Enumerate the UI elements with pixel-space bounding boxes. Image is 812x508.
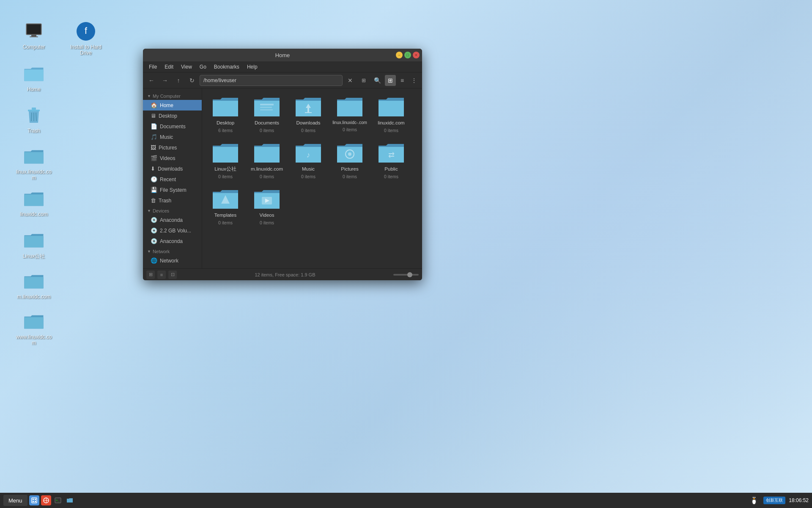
- folder-icon: [336, 95, 363, 118]
- file-item[interactable]: Downloads 0 items: [289, 93, 327, 135]
- sidebar-item-trash[interactable]: 🗑 Trash: [143, 195, 202, 206]
- sidebar-item-desktop[interactable]: 🖥 Desktop: [143, 110, 202, 121]
- folder-icon: [212, 95, 239, 118]
- file-item[interactable]: ⇄ Public 0 items: [372, 139, 410, 182]
- file-count: 0 items: [301, 174, 315, 179]
- menu-view[interactable]: View: [178, 63, 195, 71]
- svg-line-8: [31, 113, 32, 121]
- svg-rect-27: [35, 501, 36, 502]
- desktop-icon-computer[interactable]: Computer: [15, 21, 53, 50]
- sidebar-item-anaconda1[interactable]: 💿 Anaconda: [143, 215, 202, 225]
- sidebar-item-music[interactable]: 🎵 Music: [143, 132, 202, 142]
- sidebar-item-anaconda2[interactable]: 💿 Anaconda: [143, 236, 202, 246]
- taskbar: Menu >_: [0, 493, 812, 508]
- file-item[interactable]: m.linuxidc.com 0 items: [248, 139, 286, 182]
- sidebar-item-documents[interactable]: 📄 Documents: [143, 121, 202, 132]
- file-item[interactable]: Desktop 6 items: [206, 93, 244, 135]
- file-item[interactable]: Videos 0 items: [248, 185, 286, 228]
- svg-rect-6: [28, 110, 40, 111]
- address-bar[interactable]: [200, 75, 343, 86]
- svg-rect-12: [260, 107, 272, 108]
- clock-time: 18:06:52: [789, 497, 809, 503]
- file-grid: Desktop 6 items Documents 0 items: [202, 88, 422, 268]
- search-button[interactable]: 🔍: [371, 75, 383, 86]
- sidebar-item-filesystem[interactable]: 💾 File System: [143, 185, 202, 195]
- sidebar-item-pictures[interactable]: 🖼 Pictures: [143, 142, 202, 153]
- close-button[interactable]: ×: [413, 52, 420, 58]
- menu-file[interactable]: File: [145, 63, 160, 71]
- up-button[interactable]: ↑: [173, 75, 184, 86]
- file-item[interactable]: ♪ Music 0 items: [289, 139, 327, 182]
- folder-templates-icon: [212, 188, 239, 210]
- filesystem-icon: 💾: [151, 187, 157, 193]
- desktop-icon-linuxidc[interactable]: linuxidc.com: [15, 188, 53, 217]
- new-tab-button[interactable]: ⊞: [358, 75, 370, 86]
- file-item[interactable]: Pictures 0 items: [331, 139, 369, 182]
- statusbar-btn1[interactable]: ⊞: [146, 271, 155, 279]
- sidebar-item-downloads[interactable]: ⬇ Downloads: [143, 163, 202, 174]
- folder-icon: [24, 146, 44, 166]
- maximize-button[interactable]: □: [404, 52, 411, 58]
- taskbar-fm-icon[interactable]: [65, 495, 75, 505]
- tux-icon: [748, 494, 760, 506]
- desktop-icon-www-linuxidc[interactable]: www.linuxidc.com: [15, 311, 53, 346]
- list-view-button[interactable]: ≡: [397, 75, 408, 86]
- install-icon: f: [76, 21, 96, 41]
- menu-bookmarks[interactable]: Bookmarks: [211, 63, 243, 71]
- desktop-icon-m-linuxidc[interactable]: m.linuxidc.com: [15, 271, 53, 300]
- svg-rect-24: [33, 499, 34, 500]
- svg-point-35: [754, 497, 755, 498]
- file-item[interactable]: Templates 0 items: [206, 185, 244, 228]
- file-name: m.linuxidc.com: [251, 166, 283, 172]
- documents-icon: 📄: [151, 123, 157, 130]
- menu-edit[interactable]: Edit: [161, 63, 177, 71]
- file-item[interactable]: linux.linuxidc-.com 0 items: [331, 93, 369, 135]
- folder-icon: [253, 95, 280, 118]
- sidebar-item-videos[interactable]: 🎬 Videos: [143, 153, 202, 163]
- back-button[interactable]: ←: [145, 75, 157, 86]
- desktop-icon-linux-linuxidc[interactable]: linux.linuxidc.com: [15, 146, 53, 181]
- downloads-icon: ⬇: [151, 166, 155, 172]
- clear-address-button[interactable]: ✕: [344, 75, 356, 86]
- svg-rect-25: [35, 499, 36, 500]
- desktop-icon-trash[interactable]: Trash: [15, 105, 53, 134]
- sidebar-item-network[interactable]: 🌐 Network: [143, 255, 202, 266]
- more-options-button[interactable]: ⋮: [409, 75, 420, 86]
- sidebar-item-recent[interactable]: 🕐 Recent: [143, 174, 202, 185]
- desktop-icon-home[interactable]: Home: [15, 64, 53, 92]
- wm-buttons: − □ ×: [396, 52, 420, 58]
- titlebar: Home − □ ×: [143, 49, 422, 61]
- folder-download-icon: [295, 95, 322, 118]
- taskbar-files-icon[interactable]: [29, 495, 39, 505]
- menu-button[interactable]: Menu: [3, 495, 27, 506]
- svg-point-18: [348, 152, 351, 156]
- menu-go[interactable]: Go: [196, 63, 210, 71]
- statusbar-btn3[interactable]: ⊡: [168, 271, 177, 279]
- zoom-slider[interactable]: [393, 274, 419, 276]
- sidebar-section-network[interactable]: ▼ Network: [143, 246, 202, 255]
- forward-button[interactable]: →: [159, 75, 171, 86]
- file-item[interactable]: Documents 0 items: [248, 93, 286, 135]
- grid-view-button[interactable]: ⊞: [385, 75, 396, 86]
- desktop-icon-linux-gongse[interactable]: Linux公社: [15, 230, 53, 260]
- file-name: Public: [384, 166, 398, 172]
- menu-help[interactable]: Help: [244, 63, 261, 71]
- sidebar-section-devices[interactable]: ▼ Devices: [143, 206, 202, 215]
- sidebar-section-my-computer[interactable]: ▼ My Computer: [143, 91, 202, 100]
- folder-videos-icon: [253, 188, 280, 210]
- file-item[interactable]: Linux公社 0 items: [206, 139, 244, 182]
- svg-text:⇄: ⇄: [388, 151, 395, 159]
- minimize-button[interactable]: −: [396, 52, 403, 58]
- refresh-button[interactable]: ↻: [186, 75, 198, 86]
- taskbar-terminal-icon[interactable]: >_: [53, 495, 63, 505]
- section-label: My Computer: [153, 94, 181, 99]
- volume-icon: 💿: [151, 227, 157, 234]
- desktop-icon-install[interactable]: f Install to Hard Drive: [67, 21, 105, 56]
- file-count: 0 items: [343, 174, 357, 179]
- statusbar-btn2[interactable]: ≡: [157, 271, 166, 279]
- sidebar-item-volume[interactable]: 💿 2.2 GB Volu...: [143, 225, 202, 236]
- sidebar-item-home[interactable]: 🏠 Home: [143, 100, 202, 110]
- taskbar-browser-icon[interactable]: [41, 495, 51, 505]
- file-item[interactable]: linuxidc.com 0 items: [372, 93, 410, 135]
- folder-icon: [212, 141, 239, 164]
